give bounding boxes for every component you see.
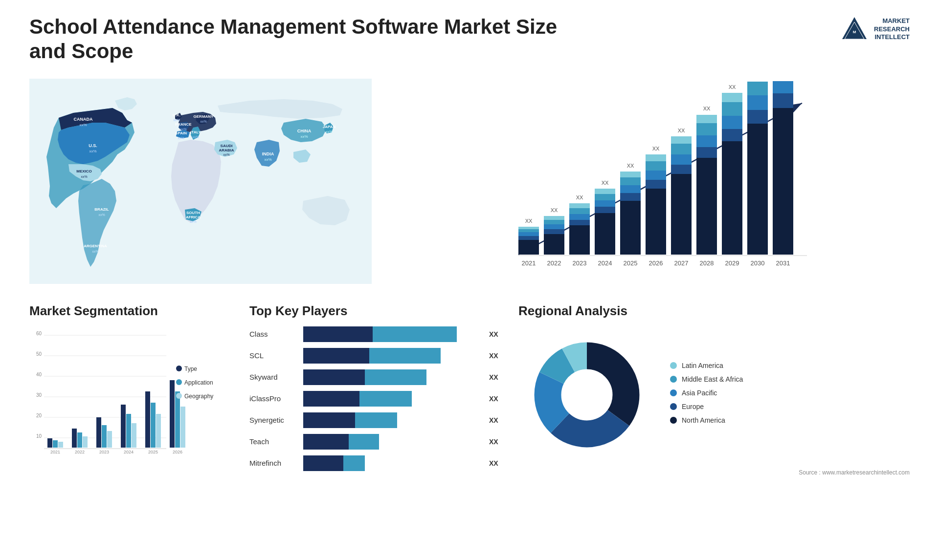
- legend-label-latin: Latin America: [682, 362, 723, 369]
- svg-text:2026: 2026: [649, 259, 663, 267]
- svg-rect-151: [170, 380, 175, 448]
- player-row-class: Class XX: [249, 326, 504, 342]
- bottom-section: Market Segmentation 60 50 40 30 20 10: [29, 303, 910, 477]
- svg-rect-95: [722, 93, 742, 102]
- svg-rect-140: [102, 425, 107, 448]
- svg-text:xx%: xx%: [190, 220, 196, 223]
- svg-text:AFRICA: AFRICA: [186, 215, 201, 219]
- player-name-synergetic: Synergetic: [249, 416, 298, 424]
- svg-rect-93: [722, 116, 742, 129]
- svg-rect-92: [722, 129, 742, 141]
- svg-text:GERMANY: GERMANY: [194, 114, 214, 119]
- svg-text:ITALY: ITALY: [190, 130, 201, 134]
- svg-rect-44: [518, 236, 539, 240]
- svg-text:XX: XX: [525, 218, 533, 224]
- svg-rect-139: [96, 417, 101, 448]
- legend-europe: Europe: [670, 403, 743, 410]
- svg-rect-132: [53, 440, 58, 448]
- player-name-mitrefinch: Mitrefinch: [249, 459, 298, 467]
- svg-rect-147: [145, 391, 150, 448]
- player-row-synergetic: Synergetic XX: [249, 412, 504, 428]
- seg-chart-area: 60 50 40 30 20 10: [29, 326, 235, 463]
- svg-text:CANADA: CANADA: [74, 117, 93, 122]
- svg-rect-75: [646, 171, 666, 180]
- key-players-title: Top Key Players: [249, 303, 504, 319]
- legend-dot-apac: [670, 389, 677, 396]
- svg-text:XX: XX: [678, 128, 685, 133]
- donut-container: Latin America Middle East & Africa Asia …: [518, 326, 910, 465]
- svg-text:xx%: xx%: [264, 157, 271, 162]
- player-label-iclassp: XX: [489, 395, 504, 403]
- svg-rect-59: [569, 203, 590, 208]
- market-seg-title: Market Segmentation: [29, 303, 235, 319]
- svg-rect-82: [671, 144, 692, 154]
- svg-text:SPAIN: SPAIN: [175, 131, 187, 135]
- donut-chart: [518, 326, 655, 465]
- player-label-teach: XX: [489, 438, 504, 446]
- svg-text:xx%: xx%: [300, 134, 308, 139]
- player-bar-iclassp: [303, 391, 484, 407]
- player-bar-skyward: [303, 369, 484, 385]
- svg-rect-52: [544, 220, 564, 224]
- svg-text:xx%: xx%: [98, 213, 105, 216]
- player-bar-class: [303, 326, 484, 342]
- svg-rect-43: [518, 240, 539, 255]
- svg-rect-49: [544, 234, 564, 255]
- svg-rect-153: [180, 407, 185, 448]
- svg-point-166: [561, 369, 612, 420]
- svg-rect-55: [569, 225, 590, 255]
- seg-chart-svg: 60 50 40 30 20 10: [29, 326, 235, 463]
- regional-title: Regional Analysis: [518, 303, 910, 319]
- svg-text:xx%: xx%: [173, 118, 179, 122]
- svg-rect-145: [132, 423, 136, 448]
- svg-rect-87: [696, 135, 717, 147]
- svg-rect-71: [620, 172, 641, 177]
- svg-rect-157: [176, 379, 182, 385]
- svg-text:M: M: [853, 30, 856, 34]
- bar-chart-svg: XX XX XX: [401, 79, 910, 284]
- players-list: Class XX SCL: [249, 326, 504, 471]
- player-name-iclassp: iClassPro: [249, 394, 298, 403]
- svg-rect-89: [696, 115, 717, 123]
- svg-text:XX: XX: [652, 146, 660, 151]
- svg-text:xx%: xx%: [223, 153, 229, 156]
- svg-rect-97: [747, 124, 768, 255]
- svg-rect-79: [671, 174, 692, 255]
- svg-rect-159: [176, 393, 182, 399]
- svg-text:XX: XX: [729, 84, 736, 90]
- player-label-class: XX: [489, 330, 504, 338]
- header: School Attendance Management Software Ma…: [29, 15, 910, 64]
- svg-text:2027: 2027: [674, 259, 689, 267]
- svg-text:2023: 2023: [573, 259, 587, 267]
- source-text: Source : www.marketresearchintellect.com: [518, 469, 910, 476]
- legend-label-na: North America: [682, 416, 725, 424]
- svg-text:20: 20: [36, 413, 42, 418]
- svg-text:2021: 2021: [522, 259, 536, 267]
- svg-text:Geography: Geography: [184, 393, 213, 400]
- legend-latin-america: Latin America: [670, 362, 743, 369]
- svg-rect-98: [747, 110, 768, 124]
- svg-text:2030: 2030: [751, 259, 765, 267]
- svg-text:XX: XX: [551, 207, 558, 213]
- svg-rect-94: [722, 102, 742, 116]
- svg-rect-58: [569, 208, 590, 214]
- legend-label-mea: Middle East & Africa: [682, 375, 743, 383]
- player-label-synergetic: XX: [489, 416, 504, 424]
- svg-rect-74: [646, 180, 666, 189]
- svg-rect-45: [518, 232, 539, 236]
- svg-text:2029: 2029: [725, 259, 739, 267]
- svg-text:xx%: xx%: [180, 128, 186, 131]
- svg-text:Application: Application: [184, 379, 213, 386]
- logo-area: M MARKET RESEARCH INTELLECT: [840, 15, 910, 44]
- svg-rect-68: [620, 193, 641, 201]
- svg-rect-80: [671, 165, 692, 174]
- svg-text:JAPAN: JAPAN: [323, 125, 336, 129]
- legend-label-europe: Europe: [682, 403, 704, 410]
- svg-rect-51: [544, 224, 564, 229]
- svg-rect-76: [646, 161, 666, 171]
- svg-rect-63: [595, 200, 615, 207]
- player-bar-scl: [303, 348, 484, 364]
- svg-rect-141: [107, 431, 112, 448]
- svg-rect-102: [773, 108, 793, 255]
- player-name-scl: SCL: [249, 351, 298, 360]
